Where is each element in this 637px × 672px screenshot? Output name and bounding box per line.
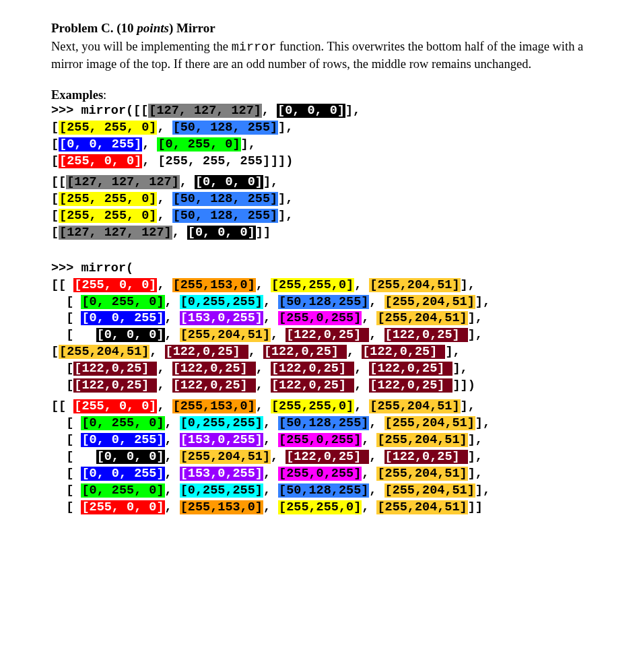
rgb-cell: [0, 255, 0]	[81, 416, 164, 430]
problem-name: Mirror	[176, 21, 215, 35]
rgb-cell: [255,204,51]	[384, 295, 475, 309]
rgb-cell: [0, 0, 255]	[59, 137, 142, 152]
desc-part1: Next, you will be implementing the	[51, 40, 232, 53]
rgb-cell: [50,128,255]	[278, 483, 369, 498]
examples-label: Examples	[51, 88, 103, 102]
rgb-cell: [122,0,25]	[286, 328, 369, 342]
rgb-cell: [255,204,51]	[369, 278, 460, 292]
rgb-cell: [0, 0, 0]	[187, 226, 256, 240]
rgb-cell: [255,255,0]	[278, 500, 362, 514]
problem-description: Next, you will be implementing the mirro…	[51, 38, 597, 72]
rgb-cell: [122,0,25]	[263, 345, 347, 359]
rgb-cell: [0, 255, 0]	[81, 295, 164, 309]
rgb-cell: [255,153,0]	[180, 500, 263, 514]
rgb-cell: [0, 0, 255]	[81, 311, 164, 325]
rgb-cell: [255, 255, 0]	[59, 209, 157, 223]
rgb-cell: [255,204,51]	[384, 416, 475, 430]
rgb-cell: [127, 127, 127]	[148, 104, 262, 118]
rgb-cell: [0,255,255]	[180, 295, 263, 309]
rgb-cell: [122,0,25]	[172, 362, 256, 376]
example2-input: >>> mirror( [[ [255, 0, 0], [255,153,0],…	[51, 261, 597, 395]
rgb-cell: [0, 0, 255]	[81, 433, 164, 447]
rgb-cell: [122,0,25]	[369, 378, 452, 393]
rgb-cell: [255,204,51]	[376, 500, 467, 514]
rgb-cell: [153,0,255]	[180, 433, 263, 447]
rgb-cell: [0, 0, 0]	[96, 450, 165, 464]
example2-output: [[ [255, 0, 0], [255,153,0], [255,255,0]…	[51, 399, 597, 516]
rgb-cell: [50, 128, 255]	[172, 192, 278, 206]
rgb-cell: [255,204,51]	[384, 483, 475, 498]
close-paren: )	[169, 21, 176, 35]
rgb-cell: [122,0,25]	[369, 362, 452, 376]
rgb-cell: [0, 255, 0]	[157, 137, 240, 152]
rgb-cell: [255,204,51]	[369, 399, 460, 413]
rgb-cell: [0, 0, 0]	[277, 104, 345, 118]
rgb-cell: [255, 0, 0]	[81, 500, 164, 514]
example1-output: [[[127, 127, 127], [0, 0, 0]], [[255, 25…	[51, 174, 597, 242]
rgb-cell: [255, 0, 0]	[59, 154, 142, 168]
rgb-cell: [122,0,25]	[384, 450, 468, 464]
rgb-cell: [255,153,0]	[172, 399, 256, 413]
problem-prefix: Problem C. (10	[51, 21, 137, 35]
examples-heading: Examples:	[51, 87, 597, 103]
rgb-cell: [255, 255, 255]	[157, 154, 271, 168]
rgb-cell: [255,204,51]	[180, 450, 271, 464]
rgb-cell: [255, 0, 0]	[73, 278, 157, 292]
rgb-cell: [122,0,25]	[165, 345, 248, 359]
rgb-cell: [0, 0, 255]	[81, 467, 164, 481]
example1-input: >>> mirror([[[127, 127, 127], [0, 0, 0]]…	[51, 103, 597, 170]
problem-title: Problem C. (10 points) Mirror	[51, 20, 597, 37]
rgb-cell: [255, 255, 0]	[59, 192, 157, 206]
rgb-cell: [127, 127, 127]	[66, 175, 180, 189]
rgb-cell: [50, 128, 255]	[172, 209, 278, 223]
rgb-cell: [255,0,255]	[278, 433, 362, 447]
rgb-cell: [122,0,25]	[172, 378, 256, 393]
rgb-cell: [122,0,25]	[271, 378, 354, 393]
rgb-cell: [255,153,0]	[172, 278, 256, 292]
rgb-cell: [0, 0, 0]	[96, 328, 165, 342]
rgb-cell: [0,255,255]	[180, 416, 263, 430]
rgb-cell: [127, 127, 127]	[59, 226, 172, 240]
rgb-cell: [0, 255, 0]	[81, 483, 164, 498]
rgb-cell: [153,0,255]	[180, 311, 263, 325]
desc-code: mirror	[232, 40, 277, 55]
rgb-cell: [50,128,255]	[278, 295, 369, 309]
rgb-cell: [255,0,255]	[278, 311, 362, 325]
rgb-cell: [122,0,25]	[73, 378, 157, 393]
rgb-cell: [255,255,0]	[271, 278, 354, 292]
points-word: points	[137, 21, 169, 35]
rgb-cell: [255,204,51]	[376, 311, 467, 325]
rgb-cell: [255,204,51]	[180, 328, 271, 342]
rgb-cell: [255,255,0]	[271, 399, 354, 413]
rgb-cell: [255,204,51]	[376, 433, 467, 447]
rgb-cell: [255,0,255]	[278, 467, 362, 481]
rgb-cell: [50,128,255]	[278, 416, 369, 430]
rgb-cell: [122,0,25]	[73, 362, 157, 376]
rgb-cell: [122,0,25]	[384, 328, 468, 342]
rgb-cell: [255, 255, 0]	[59, 121, 157, 135]
rgb-cell: [255,204,51]	[376, 467, 467, 481]
rgb-cell: [50, 128, 255]	[172, 121, 278, 135]
rgb-cell: [255, 0, 0]	[73, 399, 157, 413]
rgb-cell: [122,0,25]	[286, 450, 369, 464]
rgb-cell: [255,204,51]	[59, 345, 149, 359]
rgb-cell: [122,0,25]	[362, 345, 445, 359]
rgb-cell: [153,0,255]	[180, 467, 263, 481]
rgb-cell: [122,0,25]	[271, 362, 354, 376]
rgb-cell: [0, 0, 0]	[195, 175, 263, 189]
rgb-cell: [0,255,255]	[180, 483, 263, 498]
